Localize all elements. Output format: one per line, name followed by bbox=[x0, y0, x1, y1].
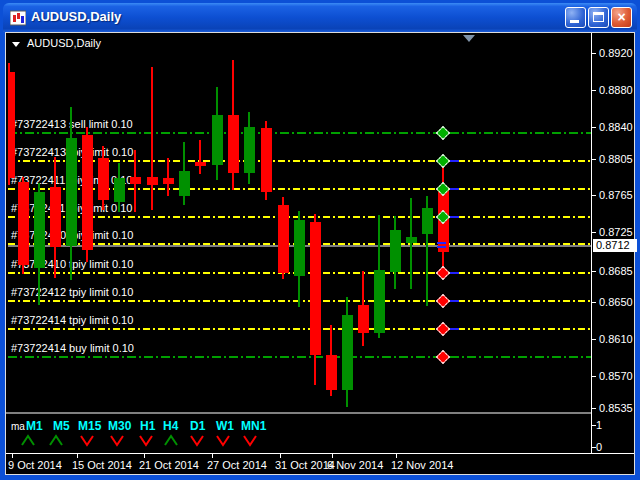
candle bbox=[326, 355, 337, 390]
title-bar[interactable]: AUDUSD,Daily bbox=[3, 3, 637, 32]
order-fill-tick bbox=[450, 328, 459, 330]
order-fill-tick bbox=[437, 242, 446, 244]
maximize-button[interactable] bbox=[588, 7, 609, 28]
candle-wick bbox=[167, 158, 169, 196]
price-axis-tick bbox=[591, 408, 596, 409]
main-chart[interactable]: AUDUSD,Daily #73722413 sell limit 0.10#7… bbox=[8, 33, 591, 413]
order-line-label: #73722414 buy limit 0.10 bbox=[11, 342, 134, 355]
candle bbox=[212, 115, 223, 165]
minimize-button[interactable] bbox=[565, 7, 586, 28]
date-axis-label: 15 Oct 2014 bbox=[72, 459, 132, 471]
price-axis-label: 0.8650 bbox=[599, 296, 633, 308]
order-fill-tick bbox=[450, 188, 459, 190]
chevron-down-icon bbox=[12, 42, 20, 47]
candle bbox=[294, 220, 305, 276]
window-chart-icon[interactable] bbox=[10, 10, 26, 26]
date-axis-tick bbox=[396, 454, 397, 458]
close-icon: × bbox=[612, 9, 631, 26]
date-axis-tick bbox=[77, 454, 78, 458]
arrow-down-icon bbox=[189, 433, 205, 452]
date-axis-label: 12 Nov 2014 bbox=[391, 459, 453, 471]
candle-wick bbox=[410, 198, 412, 289]
order-entry-marker-icon bbox=[436, 154, 450, 168]
order-entry-marker-icon bbox=[436, 126, 450, 140]
order-fill-tick bbox=[450, 272, 459, 274]
timeframe-label-m1[interactable]: M1 bbox=[26, 419, 43, 433]
arrow-down-icon bbox=[215, 433, 231, 452]
candle-wick bbox=[151, 67, 153, 210]
price-axis-label: 0.8805 bbox=[599, 153, 633, 165]
arrow-down-icon bbox=[242, 433, 258, 452]
order-entry-marker-icon bbox=[436, 266, 450, 280]
date-axis-tick bbox=[144, 454, 145, 458]
order-line[interactable] bbox=[8, 132, 591, 134]
candle bbox=[406, 237, 417, 243]
candle bbox=[34, 192, 45, 268]
price-axis-label: 0.8920 bbox=[599, 47, 633, 59]
candle bbox=[261, 128, 272, 192]
date-axis-label: 9 Oct 2014 bbox=[8, 459, 62, 471]
order-line[interactable] bbox=[8, 188, 591, 190]
price-axis-tick bbox=[591, 232, 596, 233]
indicator-subwindow: ma M1M5M15M30H1H4D1W1MN1 bbox=[6, 414, 591, 453]
order-line[interactable] bbox=[8, 356, 591, 358]
price-axis-tick bbox=[591, 127, 596, 128]
chart-window: AUDUSD,Daily × AUDUSD,Daily #73722413 se… bbox=[0, 0, 640, 480]
order-fill-tick bbox=[450, 216, 459, 218]
arrow-down-icon bbox=[109, 433, 125, 452]
candle bbox=[163, 178, 174, 184]
order-fill-tick bbox=[450, 300, 459, 302]
order-line[interactable] bbox=[8, 160, 591, 162]
candle bbox=[342, 315, 353, 390]
date-axis-tick bbox=[12, 454, 13, 458]
order-line-label: #73722412 tpiy limit 0.10 bbox=[11, 286, 133, 299]
price-axis-tick bbox=[591, 159, 596, 160]
price-axis-label: 0.8685 bbox=[599, 265, 633, 277]
subwindow-scale-tick bbox=[591, 425, 596, 426]
timeframe-label-m30[interactable]: M30 bbox=[108, 419, 131, 433]
candle bbox=[358, 305, 369, 333]
candle bbox=[195, 162, 206, 166]
price-axis-label: 0.8535 bbox=[599, 402, 633, 414]
subwindow-scale-label: 1 bbox=[596, 419, 602, 431]
price-axis-label: 0.8610 bbox=[599, 333, 633, 345]
price-axis-tick bbox=[591, 90, 596, 91]
candle bbox=[98, 158, 109, 200]
timeframe-label-m15[interactable]: M15 bbox=[78, 419, 101, 433]
date-axis-label: 27 Oct 2014 bbox=[207, 459, 267, 471]
timeframe-label-d1[interactable]: D1 bbox=[190, 419, 205, 433]
timeframe-label-mn1[interactable]: MN1 bbox=[241, 419, 266, 433]
price-axis-tick bbox=[591, 195, 596, 196]
arrow-up-icon bbox=[48, 433, 64, 452]
timeframe-label-h4[interactable]: H4 bbox=[163, 419, 178, 433]
candle bbox=[114, 178, 125, 202]
price-axis-tick bbox=[591, 376, 596, 377]
order-fill-tick bbox=[450, 160, 459, 162]
candle bbox=[82, 135, 93, 250]
candle bbox=[179, 171, 190, 196]
price-axis-tick bbox=[591, 271, 596, 272]
candle bbox=[50, 187, 61, 247]
price-axis-label: 0.8765 bbox=[599, 189, 633, 201]
window-title: AUDUSD,Daily bbox=[31, 9, 121, 24]
timeframe-label-w1[interactable]: W1 bbox=[216, 419, 234, 433]
symbol-selector[interactable]: AUDUSD,Daily bbox=[12, 37, 101, 49]
close-button[interactable]: × bbox=[611, 7, 632, 28]
price-axis-tick bbox=[591, 302, 596, 303]
candle-wick bbox=[199, 140, 201, 174]
date-axis-label: 21 Oct 2014 bbox=[139, 459, 199, 471]
maximize-icon bbox=[593, 12, 604, 22]
price-axis-tick bbox=[591, 53, 596, 54]
chart-shift-marker-icon bbox=[463, 35, 475, 42]
order-line[interactable] bbox=[8, 328, 591, 330]
timeframe-label-m5[interactable]: M5 bbox=[53, 419, 70, 433]
candle bbox=[147, 177, 158, 185]
candle bbox=[18, 182, 29, 265]
candle bbox=[8, 72, 15, 178]
candle bbox=[228, 115, 239, 173]
candle bbox=[310, 222, 321, 355]
candle bbox=[278, 205, 289, 273]
date-axis-label: 31 Oct 2014 bbox=[275, 459, 335, 471]
timeframe-label-h1[interactable]: H1 bbox=[140, 419, 155, 433]
order-line-label: #73722410 tpiy limit 0.10 bbox=[11, 258, 133, 271]
